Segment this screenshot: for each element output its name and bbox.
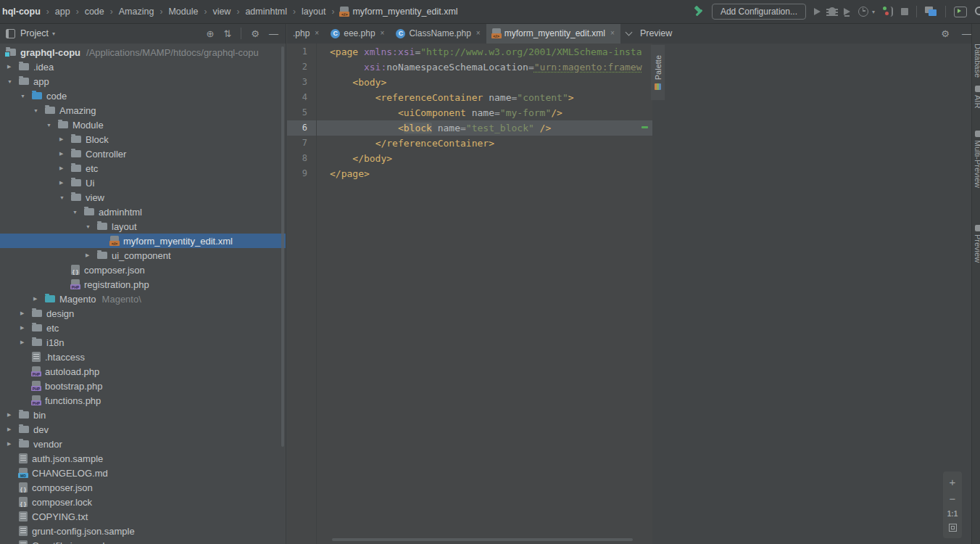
zoom-fit-button[interactable] [949, 524, 957, 532]
tree-collapsed-icon[interactable]: ▶ [58, 165, 71, 171]
zoom-out-button[interactable]: − [950, 493, 956, 504]
tree-item[interactable]: </>myform_myentity_edit.xml [0, 234, 286, 248]
tree-item[interactable]: COPYING.txt [0, 509, 286, 524]
tree-expanded-icon[interactable]: ▼ [45, 123, 58, 128]
tree-collapsed-icon[interactable]: ▶ [6, 426, 19, 432]
tree-item[interactable]: ▼Amazing [0, 103, 286, 118]
hide-preview-icon[interactable]: — [962, 29, 971, 38]
tree-item[interactable]: ▶ui_component [0, 248, 286, 263]
tree-collapsed-icon[interactable]: ▶ [58, 180, 71, 186]
search-everywhere-icon[interactable] [975, 7, 980, 17]
preview-tab-label[interactable]: Preview [640, 28, 672, 38]
tree-expanded-icon[interactable]: ▼ [6, 79, 19, 84]
project-panel-caret-icon[interactable]: ▾ [52, 30, 55, 37]
tree-collapsed-icon[interactable]: ▶ [84, 252, 97, 258]
tree-collapsed-icon[interactable]: ▶ [19, 325, 32, 331]
code-editor[interactable]: 123456789 <page xmlns:xsi="http://www.w3… [287, 44, 652, 544]
tree-item[interactable]: grunt-config.json.sample [0, 524, 286, 538]
tree-item[interactable]: ▶.idea [0, 59, 286, 74]
breadcrumb-item[interactable]: adminhtml [245, 7, 287, 17]
run-anything-icon[interactable] [954, 7, 967, 17]
tab-myform-myentity-edit-xml[interactable]: </>myform_myentity_edit.xml× [486, 23, 620, 44]
locate-file-icon[interactable]: ⊕ [207, 29, 215, 38]
build-hammer-icon[interactable] [692, 6, 704, 17]
tree-collapsed-icon[interactable]: ▶ [6, 441, 19, 447]
tree-item[interactable]: Gruntfile.js.sample [0, 538, 286, 544]
tree-item[interactable]: ▼view [0, 190, 286, 205]
tree-item[interactable]: { }composer.lock [0, 495, 286, 509]
project-panel-header[interactable]: Project ▾ ⊕ ⇅ ⚙ — [0, 23, 286, 44]
breadcrumb-file[interactable]: </>myform_myentity_edit.xml [340, 7, 457, 17]
tree-item[interactable]: ▶Ui [0, 176, 286, 190]
palette-tool-tab[interactable]: Palette [651, 45, 665, 100]
tree-item[interactable]: PHPbootstrap.php [0, 379, 286, 393]
tool-stripe-item-air[interactable]: AIR [973, 86, 980, 108]
tree-collapsed-icon[interactable]: ▶ [6, 412, 19, 418]
tab-eee-php[interactable]: Ceee.php× [325, 23, 390, 44]
collapse-all-icon[interactable]: ⇅ [223, 29, 231, 38]
tree-item[interactable]: { }composer.json [0, 263, 286, 277]
tab-close-icon[interactable]: × [381, 30, 385, 37]
profiler-caret-icon[interactable]: ▾ [872, 9, 875, 15]
tree-expanded-icon[interactable]: ▼ [19, 94, 32, 99]
tree-item[interactable]: ▶etc [0, 321, 286, 335]
tree-item[interactable]: ▶bin [0, 408, 286, 422]
tree-item[interactable]: ▼adminhtml [0, 205, 286, 219]
tool-stripe-item-preview[interactable]: Preview [973, 225, 980, 263]
tab--php[interactable]: .php× [287, 23, 325, 44]
tree-collapsed-icon[interactable]: ▶ [19, 310, 32, 316]
project-tree-scrollbar[interactable] [281, 46, 284, 447]
hide-project-panel-icon[interactable]: — [269, 29, 278, 38]
tree-item[interactable]: ▶design [0, 306, 286, 321]
debug-icon[interactable] [829, 7, 836, 16]
tree-item[interactable]: ▶i18n [0, 335, 286, 350]
tree-collapsed-icon[interactable]: ▶ [58, 136, 71, 142]
tree-item[interactable]: ▼app [0, 74, 286, 88]
tab-close-icon[interactable]: × [476, 30, 481, 37]
tree-item[interactable]: PHPregistration.php [0, 277, 286, 292]
tree-item[interactable]: ▼layout [0, 219, 286, 234]
tree-item[interactable]: PHPfunctions.php [0, 393, 286, 408]
tree-item[interactable]: ▼code [0, 88, 286, 103]
tree-expanded-icon[interactable]: ▼ [58, 195, 71, 200]
profiler-icon[interactable] [858, 7, 868, 17]
breadcrumb-item[interactable]: code [85, 7, 104, 17]
project-windows-icon[interactable] [925, 7, 937, 17]
tree-item[interactable]: ▶etc [0, 161, 286, 176]
breadcrumb-item[interactable]: Amazing [119, 7, 154, 17]
editor-horizontal-scrollbar[interactable] [332, 538, 633, 541]
project-panel-title[interactable]: Project [20, 28, 49, 38]
tree-item[interactable]: ▶vendor [0, 437, 286, 451]
tree-collapsed-icon[interactable]: ▶ [19, 339, 32, 345]
attach-debugger-icon[interactable] [883, 7, 893, 17]
add-configuration-button[interactable]: Add Configuration... [712, 4, 806, 20]
zoom-in-button[interactable]: + [950, 477, 956, 487]
tree-item[interactable]: PHPautoload.php [0, 364, 286, 379]
tab-close-icon[interactable]: × [610, 30, 615, 37]
tree-item[interactable]: ▶Controller [0, 147, 286, 161]
hidden-tabs-chevron-icon[interactable] [625, 29, 632, 36]
project-settings-gear-icon[interactable]: ⚙ [251, 29, 259, 38]
breadcrumb-item[interactable]: app [55, 7, 70, 17]
tree-item[interactable]: auth.json.sample [0, 451, 286, 466]
tree-item[interactable]: ▶MagentoMagento\ [0, 292, 286, 306]
run-icon[interactable] [814, 8, 821, 15]
breadcrumb-item[interactable]: hql-copu [2, 7, 41, 17]
breadcrumb-item[interactable]: view [212, 7, 231, 17]
breadcrumb-item[interactable]: Module [168, 7, 198, 17]
tree-item[interactable]: ▶Block [0, 132, 286, 147]
tab-close-icon[interactable]: × [315, 30, 319, 37]
tool-stripe-item-database[interactable]: Database [973, 44, 980, 78]
tree-item[interactable]: graphql-copu/Applications/MAMP/htdocs/gr… [0, 45, 286, 59]
tree-expanded-icon[interactable]: ▼ [71, 210, 84, 215]
breadcrumb-item[interactable]: layout [302, 7, 325, 17]
tree-expanded-icon[interactable]: ▼ [84, 224, 97, 229]
zoom-actual-size-button[interactable]: 1:1 [947, 510, 958, 518]
tree-item[interactable]: ▶dev [0, 422, 286, 437]
tree-collapsed-icon[interactable]: ▶ [58, 151, 71, 157]
tree-expanded-icon[interactable]: ▼ [32, 108, 45, 113]
tool-stripe-item-multi-preview[interactable]: Multi-Preview [973, 131, 980, 188]
tree-item[interactable]: .htaccess [0, 350, 286, 364]
editor-code-area[interactable]: <page xmlns:xsi="http://www.w3.org/2001/… [317, 44, 652, 544]
tree-item[interactable]: ▼Module [0, 118, 286, 132]
